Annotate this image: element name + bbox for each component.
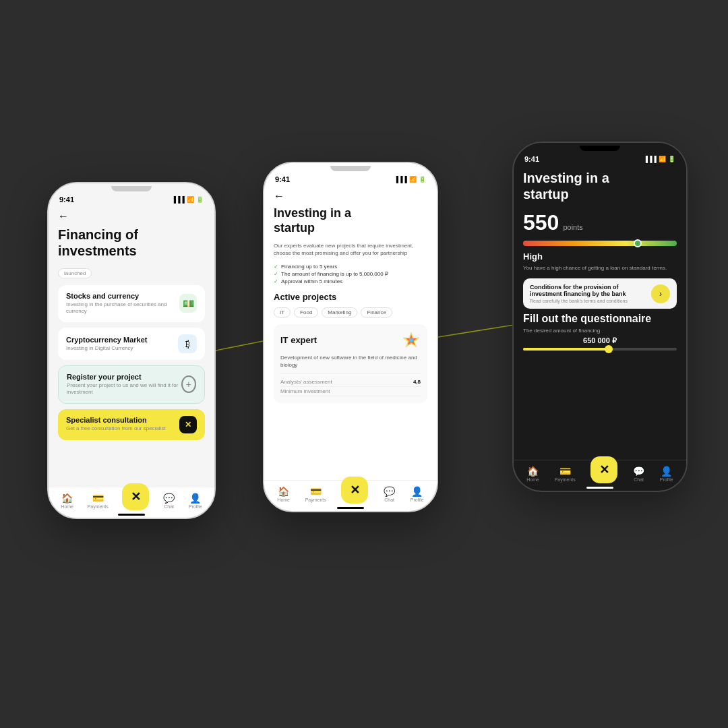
stat-row-2: Minimum investment [280,387,421,396]
register-sub: Present your project to us and we will f… [67,382,181,396]
home-indicator-middle [337,507,364,509]
nav-home-left[interactable]: 🏠 Home [61,493,73,509]
feature-text-3: Approval within 5 minutes [281,278,342,284]
home-icon-r: 🏠 [527,466,539,477]
payments-icon-r: 💳 [559,466,571,477]
check-1: ✓ [274,264,278,270]
crypto-card[interactable]: Cryptocurrency Market Investing in Digit… [58,328,205,360]
tag-finance[interactable]: Finance [361,307,392,317]
signal-icon: ▐▐▐ [172,196,185,203]
rating-label: High [523,251,677,262]
feature-2: ✓ The amount of financing is up to 5,000… [274,270,427,278]
battery-icon: 🔋 [196,196,204,203]
back-button-middle[interactable]: ← [274,190,427,202]
stat-label-1: Analysts' assessment [280,379,332,385]
nav-chat-right[interactable]: 💬 Chat [633,466,644,482]
register-card[interactable]: Register your project Present your proje… [58,365,205,404]
chat-icon-m: 💬 [384,486,395,497]
status-bar-left: 9:41 ▐▐▐ 📶 🔋 [49,191,214,205]
nav-payments-middle[interactable]: 💳 Payments [305,486,326,502]
nav-payments-label-left: Payments [88,504,109,509]
nav-chat-label-left: Chat [164,504,174,509]
home-icon-m: 🏠 [278,486,289,497]
fill-sub: The desired amount of financing [523,328,677,334]
signal-icon-m: ▐▐▐ [394,176,407,183]
crypto-card-text: Cryptocurrency Market Investing in Digit… [66,336,147,352]
nav-active-btn-left[interactable]: ✕ [122,483,149,510]
nav-payments-left[interactable]: 💳 Payments [88,493,109,509]
nav-payments-right[interactable]: 💳 Payments [555,466,576,482]
feature-text-1: Financing up to 5 years [281,264,337,270]
slider-thumb[interactable] [605,345,613,353]
nav-profile-right[interactable]: 👤 Profile [660,466,673,482]
conditions-card[interactable]: Conditions for the provision of investme… [523,278,677,309]
tag-food[interactable]: Food [294,307,318,317]
check-2: ✓ [274,271,278,277]
bottom-nav-middle: 🏠 Home 💳 Payments ✕ 💬 Chat 👤 Profile [264,480,437,505]
tag-marketing[interactable]: Marketing [322,307,357,317]
stat-value-1: 4,8 [413,379,421,385]
register-plus-icon[interactable]: + [181,375,196,393]
time-middle: 9:41 [275,175,290,183]
condition-sub: Read carefully the bank's terms and cond… [530,299,651,303]
nav-chat-middle[interactable]: 💬 Chat [384,486,395,502]
feature-list: ✓ Financing up to 5 years ✓ The amount o… [274,263,427,285]
payments-icon-left: 💳 [92,493,104,504]
nav-profile-label-m: Profile [411,497,424,502]
phone-right-content: Investing in a startup 550 points High Y… [514,164,686,460]
nav-active-btn-middle[interactable]: ✕ [341,477,368,504]
wifi-icon-r: 📶 [659,156,666,162]
phone-left: 9:41 ▐▐▐ 📶 🔋 ← Financing of investments … [47,182,216,519]
nav-chat-left[interactable]: 💬 Chat [163,493,175,509]
specialist-card[interactable]: Specialist consultation Get a free consu… [58,409,205,440]
phone-middle-content: ← Investing in a startup Our experts eva… [264,185,437,480]
nav-profile-middle[interactable]: 👤 Profile [411,486,424,502]
nav-home-right[interactable]: 🏠 Home [526,466,539,482]
points-label: points [563,223,582,231]
wifi-icon-m: 📶 [409,176,417,183]
notch-right [580,146,620,151]
project-logo [402,331,421,350]
home-icon-left: 🏠 [61,493,73,504]
project-desc: Development of new software in the field… [280,354,421,369]
nav-home-label-left: Home [61,504,73,509]
project-name: IT expert [280,335,317,345]
feature-3: ✓ Approval within 5 minutes [274,278,427,285]
stocks-card[interactable]: Stocks and currency Investing in the pur… [58,285,205,322]
conditions-arrow-icon[interactable]: › [651,284,670,303]
project-card[interactable]: IT expert Development of new software in… [274,324,427,403]
profile-icon-r: 👤 [661,466,672,477]
fill-section: Fill out the questionnaire The desired a… [523,313,677,351]
home-indicator-right [586,487,613,489]
status-bar-right: 9:41 ▐▐▐ 📶 🔋 [514,151,686,164]
stat-row-1: Analysts' assessment 4,8 [280,377,421,387]
project-header: IT expert [280,331,421,350]
nav-active-btn-right[interactable]: ✕ [590,456,617,483]
wifi-icon: 📶 [187,196,194,203]
amount-slider[interactable] [523,348,677,351]
condition-title: Conditions for the provision of investme… [530,284,651,297]
feature-text-2: The amount of financing is up to 5,000,0… [281,271,388,277]
launched-badge: launched [58,268,92,278]
conditions-text: Conditions for the provision of investme… [530,284,651,303]
back-button-left[interactable]: ← [58,210,205,222]
fill-amount: 650 000 ₽ [523,336,677,345]
specialist-sub: Get a free consultation from our special… [66,425,166,432]
crypto-title: Cryptocurrency Market [66,336,147,344]
page-title-right: Investing in a startup [523,170,677,202]
tag-it[interactable]: IT [274,307,291,317]
specialist-card-text: Specialist consultation Get a free consu… [66,416,166,432]
progress-dot [634,239,642,247]
project-stats: Analysts' assessment 4,8 Minimum investm… [280,373,421,396]
phone-left-content: ← Financing of investments launched Stoc… [49,205,214,487]
nav-profile-left[interactable]: 👤 Profile [189,493,202,509]
active-projects-title: Active projects [274,292,427,302]
stocks-title: Stocks and currency [66,292,179,300]
nav-home-middle[interactable]: 🏠 Home [277,486,290,502]
stocks-icon: 💵 [179,294,197,313]
specialist-close-icon[interactable]: ✕ [179,416,197,433]
nav-payments-label-m: Payments [305,497,326,502]
chat-icon-r: 💬 [633,466,644,477]
bottom-nav-right: 🏠 Home 💳 Payments ✕ 💬 Chat 👤 Profile [514,460,686,485]
signal-icon-r: ▐▐▐ [644,156,657,162]
